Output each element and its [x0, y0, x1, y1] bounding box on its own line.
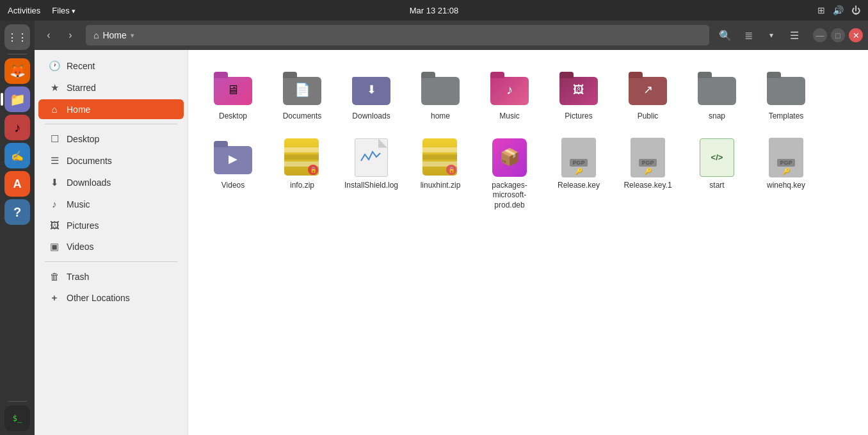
- dock-icon-ubuntu-software[interactable]: A: [4, 171, 30, 197]
- file-item-winehq-key[interactable]: PGP 🔑 winehq.key: [754, 132, 818, 216]
- view-chevron-button[interactable]: ▾: [762, 26, 781, 45]
- datetime: Mar 13 21:08: [410, 6, 459, 15]
- sidebar-label-desktop: Desktop: [67, 134, 99, 144]
- trash-nav-icon: 🗑: [49, 271, 60, 282]
- dock-icon-help[interactable]: ?: [4, 199, 30, 225]
- other-locations-nav-icon: +: [49, 292, 60, 303]
- sidebar-label-recent: Recent: [67, 61, 95, 71]
- file-label-release-key-1: Release.key.1: [623, 181, 671, 191]
- sidebar-label-trash: Trash: [67, 272, 89, 282]
- sidebar-item-starred[interactable]: ★ Starred: [38, 78, 184, 98]
- file-label-templates: Templates: [769, 111, 804, 122]
- documents-nav-icon: ☰: [49, 155, 60, 167]
- file-item-pictures[interactable]: 🖼 Pictures: [547, 63, 611, 127]
- file-item-documents[interactable]: 📄 Documents: [270, 63, 334, 127]
- sidebar: 🕐 Recent ★ Starred ⌂ Home ☐ Desktop: [35, 50, 188, 435]
- files-grid: 🖥 Desktop 📄: [201, 63, 855, 215]
- file-label-winehq-key: winehq.key: [767, 181, 805, 191]
- file-label-music: Music: [499, 111, 519, 122]
- file-item-release-key-1[interactable]: PGP 🔑 Release.key.1: [616, 132, 680, 216]
- desktop-nav-icon: ☐: [49, 133, 60, 145]
- file-label-installshield-log: InstallShield.log: [344, 181, 398, 191]
- power-icon[interactable]: ⏻: [851, 5, 860, 15]
- file-label-linuxhint-zip: linuxhint.zip: [421, 181, 461, 191]
- sidebar-item-pictures[interactable]: 🖼 Pictures: [38, 215, 184, 235]
- topbar: Activities Files ▾ Mar 13 21:08 ⊞ 🔊 ⏻: [0, 0, 868, 21]
- file-label-downloads: Downloads: [352, 111, 390, 122]
- file-item-installshield-log[interactable]: InstallShield.log: [339, 132, 403, 216]
- sidebar-separator-2: [45, 261, 177, 262]
- file-item-downloads[interactable]: ⬇ Downloads: [339, 63, 403, 127]
- file-item-linuxhint-zip[interactable]: 🔒 linuxhint.zip: [408, 132, 472, 216]
- network-icon[interactable]: ⊞: [817, 5, 825, 15]
- file-label-public: Public: [638, 111, 659, 122]
- dock: ⋮⋮ 🦊 📁 ♪ ✍ A ? $_: [0, 21, 35, 435]
- sidebar-item-other-locations[interactable]: + Other Locations: [38, 288, 184, 308]
- file-item-release-key[interactable]: PGP 🔑 Release.key: [547, 132, 611, 216]
- file-label-release-key: Release.key: [558, 181, 600, 191]
- file-label-snap: snap: [709, 111, 725, 122]
- starred-icon: ★: [49, 82, 60, 94]
- pictures-nav-icon: 🖼: [49, 220, 60, 231]
- sidebar-item-recent[interactable]: 🕐 Recent: [38, 56, 184, 76]
- sidebar-label-home: Home: [67, 104, 90, 115]
- window-minimize-button[interactable]: —: [813, 28, 827, 42]
- file-item-music[interactable]: ♪ Music: [478, 63, 542, 127]
- files-menu-label[interactable]: Files ▾: [52, 6, 76, 15]
- file-label-start: start: [709, 181, 724, 191]
- home-nav-icon: ⌂: [49, 104, 60, 115]
- back-button[interactable]: ‹: [40, 26, 58, 44]
- sidebar-item-home[interactable]: ⌂ Home: [38, 99, 184, 119]
- home-icon: ⌂: [93, 30, 99, 40]
- dock-icon-apps[interactable]: ⋮⋮: [4, 24, 30, 50]
- sidebar-item-videos[interactable]: ▣ Videos: [38, 236, 184, 257]
- file-label-home: home: [431, 111, 450, 122]
- sidebar-item-desktop[interactable]: ☐ Desktop: [38, 129, 184, 149]
- menu-button[interactable]: ☰: [785, 26, 804, 45]
- sidebar-label-documents: Documents: [67, 156, 112, 166]
- sidebar-item-trash[interactable]: 🗑 Trash: [38, 267, 184, 286]
- music-nav-icon: ♪: [49, 199, 60, 209]
- file-label-info-zip: info.zip: [290, 181, 314, 191]
- location-chevron: ▾: [131, 31, 134, 40]
- titlebar: ‹ › ⌂ Home ▾ 🔍 ≣ ▾ ☰ — □ ✕: [35, 21, 868, 50]
- sidebar-item-documents[interactable]: ☰ Documents: [38, 151, 184, 171]
- file-item-videos[interactable]: ▶ Videos: [201, 132, 265, 216]
- dock-icon-files[interactable]: 📁: [4, 86, 30, 112]
- sidebar-item-music[interactable]: ♪ Music: [38, 194, 184, 214]
- dock-icon-rhythmbox[interactable]: ♪: [4, 115, 30, 140]
- file-label-desktop: Desktop: [219, 111, 247, 122]
- audio-icon[interactable]: 🔊: [833, 5, 844, 15]
- file-item-public[interactable]: ↗ Public: [616, 63, 680, 127]
- search-button[interactable]: 🔍: [716, 26, 735, 45]
- sidebar-label-starred: Starred: [67, 83, 96, 93]
- file-item-snap[interactable]: snap: [685, 63, 749, 127]
- file-item-packages-deb[interactable]: 📦 packages-microsoft-prod.deb: [478, 132, 542, 216]
- view-button[interactable]: ≣: [739, 26, 758, 45]
- location-label: Home: [102, 30, 126, 40]
- file-item-info-zip[interactable]: 🔒 info.zip: [270, 132, 334, 216]
- file-label-videos: Videos: [221, 181, 245, 191]
- file-item-start[interactable]: </> start: [685, 132, 749, 216]
- recent-icon: 🕐: [49, 60, 60, 72]
- file-label-documents: Documents: [283, 111, 322, 122]
- dock-icon-firefox[interactable]: 🦊: [4, 58, 30, 84]
- forward-button[interactable]: ›: [61, 26, 79, 44]
- activities-label[interactable]: Activities: [8, 6, 40, 15]
- dock-icon-terminal[interactable]: $_: [4, 406, 30, 431]
- sidebar-item-downloads[interactable]: ⬇ Downloads: [38, 172, 184, 193]
- window-close-button[interactable]: ✕: [849, 28, 863, 42]
- window-maximize-button[interactable]: □: [831, 28, 845, 42]
- file-item-templates[interactable]: Templates: [754, 63, 818, 127]
- file-label-pictures: Pictures: [565, 111, 592, 122]
- location-bar[interactable]: ⌂ Home ▾: [86, 25, 709, 45]
- file-item-desktop[interactable]: 🖥 Desktop: [201, 63, 265, 127]
- dock-icon-libreoffice[interactable]: ✍: [4, 143, 30, 168]
- videos-nav-icon: ▣: [49, 241, 60, 252]
- sidebar-label-pictures: Pictures: [67, 220, 99, 231]
- files-window: ‹ › ⌂ Home ▾ 🔍 ≣ ▾ ☰ — □ ✕ 🕐: [35, 21, 868, 435]
- file-label-packages-deb: packages-microsoft-prod.deb: [481, 181, 538, 211]
- file-item-home[interactable]: home: [408, 63, 472, 127]
- file-area: 🖥 Desktop 📄: [188, 50, 868, 435]
- sidebar-label-other-locations: Other Locations: [67, 293, 130, 303]
